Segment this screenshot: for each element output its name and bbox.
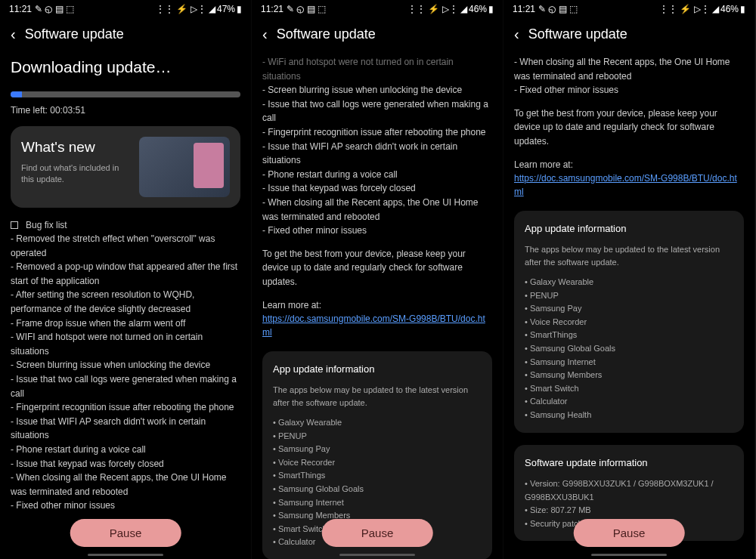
- app-item: • Samsung Pay: [525, 302, 733, 316]
- app-update-desc: The apps below may be updated to the lat…: [525, 243, 733, 268]
- app-item: • Galaxy Wearable: [273, 416, 482, 430]
- bug-item: - Issue that two call logs were generate…: [262, 97, 492, 125]
- battery-icon: ▮: [488, 4, 494, 14]
- bug-item: - Screen blurring issue when unlocking t…: [262, 83, 492, 97]
- bug-item: - Phone restart during a voice call: [11, 443, 240, 457]
- app-item: • SmartThings: [525, 329, 733, 342]
- app-item: • Samsung Global Goals: [525, 342, 733, 356]
- app-update-title: App update information: [273, 362, 482, 377]
- status-time: 11:21: [261, 4, 284, 14]
- advice-text: To get the best from your device, please…: [262, 247, 492, 289]
- content-area: - WiFi and hotspot were not turned on in…: [252, 51, 503, 559]
- bug-item: - Fixed other minor issues: [514, 83, 744, 97]
- whats-new-card[interactable]: What's new Find out what's included in t…: [11, 126, 240, 208]
- screen-2: 11:21 ✎ ◵ ▤ ⬚ ⋮⋮ ⚡ ▷⋮ ◢ 46% ▮ ‹ Software…: [252, 0, 503, 559]
- app-item: • Samsung Pay: [273, 443, 482, 456]
- app-item: • Samsung Internet: [273, 496, 482, 510]
- content-area: - When closing all the Recent apps, the …: [503, 51, 754, 559]
- screen-3: 11:21 ✎ ◵ ▤ ⬚ ⋮⋮ ⚡ ▷⋮ ◢ 46% ▮ ‹ Software…: [503, 0, 755, 559]
- back-icon[interactable]: ‹: [262, 26, 268, 43]
- learn-more-label: Learn more at:: [262, 298, 492, 312]
- learn-more-link[interactable]: https://doc.samsungmobile.com/SM-G998B/B…: [514, 173, 737, 197]
- bug-item: - When closing all the Recent apps, the …: [262, 196, 492, 224]
- status-time: 11:21: [9, 4, 32, 14]
- app-item: • Samsung Health: [525, 409, 733, 422]
- bug-item: - Removed the stretch effect when "overs…: [11, 232, 240, 260]
- progress-bar[interactable]: [11, 91, 240, 97]
- bug-item: - Fingerprint recognition issue after re…: [262, 125, 492, 140]
- content-area: Downloading update… Time left: 00:03:51 …: [0, 51, 251, 559]
- bug-item: - Fingerprint recognition issue after re…: [11, 400, 240, 415]
- app-item: • Voice Recorder: [273, 456, 482, 470]
- download-status: Downloading update…: [11, 55, 240, 79]
- bug-item: - Phone restart during a voice call: [262, 168, 492, 182]
- nav-handle[interactable]: [591, 554, 667, 556]
- status-icons-right: ⋮⋮ ⚡ ▷⋮ ◢: [407, 4, 467, 14]
- page-title: Software update: [277, 26, 376, 42]
- advice-text: To get the best from your device, please…: [514, 107, 744, 149]
- app-item: • Samsung Members: [525, 369, 733, 382]
- bug-item: - After setting the screen resolution to…: [11, 288, 240, 316]
- bug-item: - Fixed other minor issues: [262, 224, 492, 238]
- whats-new-title: What's new: [21, 137, 133, 159]
- bug-fix-title: Bug fix list: [26, 218, 67, 233]
- back-icon[interactable]: ‹: [514, 26, 519, 43]
- app-list: • Galaxy Wearable • PENUP • Samsung Pay …: [525, 276, 733, 422]
- time-left: Time left: 00:03:51: [11, 103, 240, 117]
- size-line: • Size: 807.27 MB: [525, 504, 733, 517]
- app-update-title: App update information: [525, 221, 733, 236]
- app-item: • Smart Switch: [525, 382, 733, 396]
- bug-item: - Screen blurring issue when unlocking t…: [11, 358, 240, 372]
- bug-item: - Frame drop issue when the alarm went o…: [11, 317, 240, 331]
- battery-percent: 46%: [720, 4, 739, 14]
- bug-fix-list: Bug fix list - Removed the stretch effec…: [11, 218, 240, 513]
- back-icon[interactable]: ‹: [11, 26, 16, 43]
- progress-container: [11, 91, 240, 97]
- battery-percent: 47%: [217, 4, 235, 14]
- battery-percent: 46%: [469, 4, 487, 14]
- bug-item: - Removed a pop-up window that appeared …: [11, 260, 240, 288]
- whats-new-image: [139, 137, 230, 197]
- app-item: • Galaxy Wearable: [525, 276, 733, 289]
- page-header: ‹ Software update: [503, 18, 754, 51]
- bug-fix-list: - When closing all the Recent apps, the …: [514, 55, 744, 97]
- pause-button[interactable]: Pause: [70, 519, 181, 547]
- bug-item: - When closing all the Recent apps, the …: [11, 471, 240, 499]
- pause-button[interactable]: Pause: [322, 519, 433, 547]
- page-title: Software update: [528, 26, 627, 42]
- pause-button[interactable]: Pause: [574, 519, 685, 547]
- screen-1: 11:21 ✎ ◵ ▤ ⬚ ⋮⋮ ⚡ ▷⋮ ◢ 47% ▮ ‹ Software…: [0, 0, 252, 559]
- status-bar: 11:21 ✎ ◵ ▤ ⬚ ⋮⋮ ⚡ ▷⋮ ◢ 46% ▮: [252, 0, 503, 18]
- page-title: Software update: [25, 26, 124, 42]
- checkbox-icon: [11, 221, 18, 229]
- status-icons-left: ✎ ◵ ▤ ⬚: [35, 4, 74, 14]
- nav-handle[interactable]: [88, 554, 163, 556]
- bug-item: - When closing all the Recent apps, the …: [514, 55, 744, 83]
- page-header: ‹ Software update: [252, 18, 503, 51]
- software-info-title: Software update information: [525, 456, 733, 471]
- status-icons-left: ✎ ◵ ▤ ⬚: [287, 4, 326, 14]
- bug-item: - Issue that two call logs were generate…: [11, 372, 240, 400]
- status-bar: 11:21 ✎ ◵ ▤ ⬚ ⋮⋮ ⚡ ▷⋮ ◢ 47% ▮: [0, 0, 251, 18]
- nav-handle[interactable]: [339, 554, 415, 556]
- status-icons-right: ⋮⋮ ⚡ ▷⋮ ◢: [659, 4, 719, 14]
- bug-item: - Fixed other minor issues: [11, 499, 240, 513]
- app-item: • PENUP: [525, 289, 733, 303]
- app-update-card: App update information The apps below ma…: [514, 211, 744, 433]
- version-line: • Version: G998BXXU3ZUK1 / G998BOXM3ZUK1…: [525, 477, 733, 504]
- bug-item: - WIFI and hotspot were not turned on in…: [11, 330, 240, 358]
- battery-icon: ▮: [237, 4, 242, 14]
- app-item: • Samsung Internet: [525, 356, 733, 369]
- app-item: • SmartThings: [273, 469, 482, 483]
- bug-item: - Issue that WIFI AP search didn't work …: [262, 140, 492, 168]
- progress-fill: [11, 91, 22, 97]
- bug-item: - Issue that WIFI AP search didn't work …: [11, 415, 240, 443]
- app-update-desc: The apps below may be updated to the lat…: [273, 384, 482, 409]
- bug-item: - Issue that keypad was forcely closed: [262, 181, 492, 196]
- status-icons-right: ⋮⋮ ⚡ ▷⋮ ◢: [156, 4, 215, 14]
- status-bar: 11:21 ✎ ◵ ▤ ⬚ ⋮⋮ ⚡ ▷⋮ ◢ 46% ▮: [503, 0, 754, 18]
- status-icons-left: ✎ ◵ ▤ ⬚: [538, 4, 578, 14]
- learn-more-link[interactable]: https://doc.samsungmobile.com/SM-G998B/B…: [262, 313, 485, 338]
- page-header: ‹ Software update: [0, 18, 251, 51]
- app-item: • Calculator: [525, 395, 733, 409]
